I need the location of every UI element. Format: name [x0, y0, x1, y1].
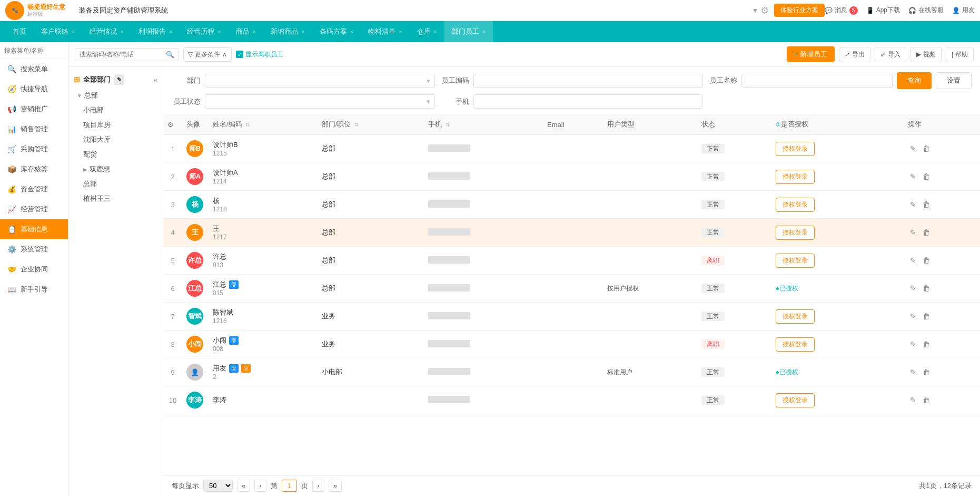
sidebar-item-search[interactable]: 🔍 搜索菜单 [0, 59, 68, 79]
sidebar-item-purchase[interactable]: 🛒 采购管理 [0, 139, 68, 159]
edit-icon[interactable]: ✎ [908, 339, 918, 349]
auth-login-btn[interactable]: 授权登录 [776, 226, 815, 240]
auth-login-btn[interactable]: 授权登录 [776, 254, 815, 268]
edit-icon[interactable]: ✎ [908, 367, 918, 377]
edit-icon[interactable]: ✎ [908, 143, 918, 154]
tab-history[interactable]: 经营历程 × [180, 21, 228, 42]
show-resigned-toggle[interactable]: ✓ 显示离职员工 [236, 50, 283, 59]
tab-customer[interactable]: 客户联络 × [34, 21, 82, 42]
settings-icon[interactable]: ⚙ [760, 5, 769, 16]
delete-icon[interactable]: 🗑 [920, 367, 932, 377]
row-auth[interactable]: 授权登录 [771, 219, 883, 247]
edit-icon[interactable]: ✎ [908, 199, 918, 210]
delete-icon[interactable]: 🗑 [920, 311, 932, 322]
row-auth[interactable]: 授权登录 [771, 386, 883, 414]
close-icon[interactable]: × [482, 28, 486, 35]
phone-input[interactable] [473, 94, 704, 109]
row-auth[interactable]: 授权登录 [771, 135, 883, 163]
sidebar-item-system[interactable]: ⚙️ 系统管理 [0, 239, 68, 259]
close-icon[interactable]: × [434, 28, 437, 35]
last-page-btn[interactable]: » [329, 480, 342, 492]
row-auth[interactable]: 授权登录 [771, 303, 883, 330]
delete-icon[interactable]: 🗑 [920, 199, 932, 210]
close-icon[interactable]: × [217, 28, 221, 35]
auth-login-btn[interactable]: 授权登录 [776, 309, 815, 324]
auth-login-btn[interactable]: 授权登录 [776, 198, 815, 212]
help-button[interactable]: | 帮助 [946, 47, 974, 62]
edit-icon[interactable]: ✎ [908, 283, 918, 294]
edit-icon[interactable]: ✎ [908, 311, 918, 322]
sort-icon[interactable]: ⇅ [446, 122, 450, 128]
empcode-input[interactable] [473, 74, 704, 88]
tab-add-goods[interactable]: 新增商品 × [263, 21, 312, 42]
tab-profit[interactable]: 利润报告 × [131, 21, 180, 42]
sort-icon[interactable]: ⇅ [245, 122, 250, 128]
employee-search-input[interactable] [80, 51, 164, 58]
search-box[interactable]: 🔍 [75, 48, 179, 61]
tab-barcode[interactable]: 条码方案 × [312, 21, 361, 42]
delete-icon[interactable]: 🗑 [920, 283, 932, 294]
close-icon[interactable]: × [301, 28, 304, 35]
per-page-select[interactable]: 50 100 [203, 480, 233, 492]
message-btn[interactable]: 💬 消息 5 [825, 6, 858, 15]
dept-edit-btn[interactable]: ✎ [114, 74, 124, 85]
dept-item-zhishu[interactable]: 植树王三 [73, 191, 159, 206]
dropdown-arrow[interactable]: ▾ [753, 5, 757, 15]
row-auth[interactable]: ●已授权 [771, 275, 883, 303]
delete-icon[interactable]: 🗑 [920, 255, 932, 266]
auth-login-btn[interactable]: 授权登录 [776, 393, 815, 407]
tab-warehouse[interactable]: 仓库 × [410, 21, 444, 42]
tab-goods[interactable]: 商品 × [229, 21, 263, 42]
query-button[interactable]: 查询 [897, 72, 932, 89]
import-button[interactable]: ↙ 导入 [875, 47, 906, 62]
col-settings[interactable]: ⚙ [163, 114, 182, 135]
dept-item-xiaodian[interactable]: 小电部 [73, 103, 159, 118]
user-avatar[interactable]: 👤 用友 [952, 6, 975, 15]
tab-home[interactable]: 首页 [5, 21, 34, 42]
close-icon[interactable]: × [169, 28, 172, 35]
auth-login-btn[interactable]: 授权登录 [776, 170, 815, 184]
row-auth[interactable]: ●已授权 [771, 358, 883, 386]
sort-icon[interactable]: ⇅ [354, 122, 359, 128]
delete-icon[interactable]: 🗑 [920, 143, 932, 154]
sidebar-search[interactable]: 🔍 [0, 42, 68, 59]
edit-icon[interactable]: ✎ [908, 171, 918, 182]
delete-icon[interactable]: 🗑 [920, 227, 932, 238]
col-name[interactable]: 姓名/编码 ⇅ [209, 114, 318, 135]
col-dept[interactable]: 部门/职位 ⇅ [318, 114, 424, 135]
add-employee-button[interactable]: + 新增员工 [787, 46, 835, 62]
sidebar-item-marketing[interactable]: 📢 营销推广 [0, 99, 68, 119]
dept-item-xiangmu[interactable]: 项目库房 [73, 118, 159, 132]
empname-input[interactable] [741, 74, 893, 88]
status-select[interactable]: ▾ [205, 94, 435, 109]
edit-icon[interactable]: ✎ [908, 227, 918, 238]
sidebar-item-guide[interactable]: 📖 新手引导 [0, 279, 68, 299]
row-auth[interactable]: 授权登录 [771, 247, 883, 275]
dept-item-zongbu2[interactable]: 总部 [73, 177, 159, 191]
reset-button[interactable]: 设置 [936, 72, 972, 89]
sidebar-item-sales[interactable]: 📊 销售管理 [0, 119, 68, 139]
dept-item-zongbu[interactable]: ▼ 总部 [73, 88, 159, 103]
edit-icon[interactable]: ✎ [908, 395, 918, 405]
export-button[interactable]: ↗ 导出 [839, 47, 870, 62]
sidebar-item-basicinfo[interactable]: 📋 基础信息 [0, 219, 68, 239]
auth-login-btn[interactable]: 授权登录 [776, 142, 815, 156]
auth-login-btn[interactable]: 授权登录 [776, 337, 815, 352]
next-page-btn[interactable]: › [312, 480, 324, 492]
prev-page-btn[interactable]: ‹ [254, 480, 266, 492]
edit-icon[interactable]: ✎ [908, 255, 918, 266]
row-auth[interactable]: 授权登录 [771, 163, 883, 191]
dept-item-shenyang[interactable]: 沈阳大库 [73, 132, 159, 147]
sidebar-item-quicknav[interactable]: 🧭 快捷导航 [0, 79, 68, 99]
tab-operations[interactable]: 经营情况 × [82, 21, 131, 42]
row-auth[interactable]: 授权登录 [771, 330, 883, 358]
delete-icon[interactable]: 🗑 [920, 395, 932, 405]
dept-select[interactable]: ▾ [205, 74, 435, 88]
row-auth[interactable]: 授权登录 [771, 191, 883, 219]
close-icon[interactable]: × [399, 28, 402, 35]
close-icon[interactable]: × [72, 28, 75, 35]
current-page[interactable]: 1 [282, 480, 297, 492]
first-page-btn[interactable]: « [237, 480, 250, 492]
dept-item-shuanglu[interactable]: ▶ 双鹿想 [73, 162, 159, 177]
trial-button[interactable]: 体验行业方案 [774, 4, 825, 17]
